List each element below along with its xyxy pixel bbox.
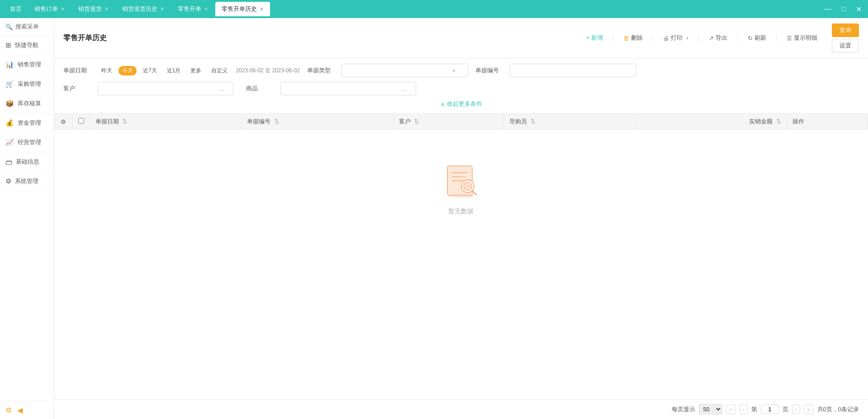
show-detail-button[interactable]: ☰ 显示明细 [783,32,821,44]
doc-no-input[interactable] [510,64,636,77]
select-all-checkbox[interactable] [78,118,84,124]
goods-ellipsis-button[interactable]: ... [402,85,407,92]
page-label: 页 [783,405,788,414]
sidebar-item-purchase-mgmt[interactable]: 🛒 采购管理 [0,75,54,94]
date-option-today[interactable]: 今天 [119,66,137,75]
sidebar-item-basic-info[interactable]: 🗃 基础信息 [0,152,54,172]
first-page-button[interactable]: « [726,405,735,414]
doc-type-select[interactable]: ▾ [342,64,468,77]
sidebar-item-finance[interactable]: 💰 资金管理 [0,113,54,133]
refresh-button[interactable]: ↻ 刷新 [744,32,770,44]
collapse-sidebar-button[interactable]: ◀ [17,406,23,414]
sidebar-footer: ⚙ ◀ [0,401,54,419]
page-input[interactable] [761,405,779,414]
page-summary: 共0页，0条记录 [817,405,859,414]
toolbar-divider-3 [698,34,699,42]
sidebar-item-ops-mgmt[interactable]: 📈 经营管理 [0,133,54,152]
tab-home-label: 首页 [10,5,22,13]
filter-row-2: 客户 ... 商品 ... [63,82,859,95]
customer-input[interactable] [102,82,219,95]
th-doc-no-sort-icon[interactable]: ⇅ [274,118,279,125]
tab-sales-return-history-label: 销货退货历史 [122,5,157,13]
customer-ellipsis-button[interactable]: ... [219,85,224,92]
export-icon: ↗ [709,35,714,42]
content-area: 零售开单历史 + 新增 🗑 删除 🖨 打印 ▾ ↗ [54,18,868,419]
per-page-select[interactable]: 50 20 100 [699,404,722,414]
th-checkbox [72,114,90,130]
tab-sales-return[interactable]: 销货退货 ✕ [72,2,115,16]
collapse-label: 收起更多条件 [447,100,482,108]
tab-sales-return-label: 销货退货 [78,5,102,13]
per-page-label: 每页显示 [672,405,695,414]
delete-button[interactable]: 🗑 删除 [620,32,646,44]
th-date-sort-icon[interactable]: ⇅ [122,118,127,125]
setting-button[interactable]: 设置 [832,39,859,52]
finance-icon: 💰 [5,119,14,127]
doc-type-dropdown-arrow: ▾ [453,68,455,73]
maximize-button[interactable]: □ [839,4,849,14]
date-option-custom[interactable]: 自定义 [208,66,231,75]
last-page-button[interactable]: » [804,405,813,414]
filter-date-options: 昨天 今天 近7天 近1月 更多 自定义 2023-06-02 至 2023-0… [98,66,300,75]
sidebar-item-sales-mgmt[interactable]: 📊 销售管理 [0,55,54,75]
tab-retail-open-history-close[interactable]: ✕ [260,6,264,12]
th-amount-label: 实销金额 [749,118,773,125]
tab-retail-open-close[interactable]: ✕ [204,6,208,12]
tab-retail-open-history[interactable]: 零售开单历史 ✕ [215,2,270,16]
sidebar-item-sys-mgmt[interactable]: ⚙ 系统管理 [0,172,54,191]
sidebar-item-inventory-label: 库存核算 [18,99,41,108]
show-detail-icon: ☰ [787,35,792,42]
doc-no-label: 单据编号 [475,66,503,75]
th-customer-sort-icon[interactable]: ⇅ [414,118,419,125]
export-button-label: 导出 [716,34,727,42]
query-button[interactable]: 查询 [832,24,859,37]
settings-footer-button[interactable]: ⚙ [5,406,12,414]
sidebar-search[interactable]: 🔍 搜索采单 [0,18,54,36]
th-customer-label: 客户 [399,118,411,125]
doc-type-label: 单据类型 [307,66,334,75]
empty-state-illustration [438,157,484,202]
print-dropdown-arrow: ▾ [686,36,688,41]
filter-row-1: 单据日期 昨天 今天 近7天 近1月 更多 自定义 2023-06-02 至 2… [63,64,859,77]
tab-sales-order[interactable]: 销售订单 ✕ [28,2,71,16]
ops-mgmt-icon: 📈 [5,138,14,146]
page-header: 零售开单历史 + 新增 🗑 删除 🖨 打印 ▾ ↗ [54,18,868,58]
prev-page-button[interactable]: ‹ [740,405,748,414]
empty-text: 暂无数据 [448,207,474,216]
date-option-more[interactable]: 更多 [187,66,205,75]
date-option-yesterday[interactable]: 昨天 [98,66,116,75]
sidebar-item-quick-nav[interactable]: ⊞ 快捷导航 [0,36,54,55]
data-table: ⚙ 单据日期 ⇅ 单据编号 ⇅ [54,114,868,243]
tab-sales-return-history-close[interactable]: ✕ [160,6,164,12]
goods-input[interactable] [285,82,402,95]
refresh-icon: ↻ [748,35,753,42]
date-filter-label: 单据日期 [63,66,90,75]
sales-mgmt-icon: 📊 [5,61,14,69]
customer-field-wrapper: ... [98,82,233,95]
sidebar-item-inventory[interactable]: 📦 库存核算 [0,94,54,113]
column-settings-icon[interactable]: ⚙ [61,118,66,125]
show-detail-button-label: 显示明细 [794,34,817,42]
close-button[interactable]: ✕ [853,4,864,14]
filter-collapse-button[interactable]: ∧ 收起更多条件 [63,100,859,108]
toolbar-divider-5 [776,34,777,42]
th-customer: 客户 ⇅ [393,114,503,130]
th-date: 单据日期 ⇅ [90,114,242,130]
date-option-7days[interactable]: 近7天 [139,66,161,75]
tab-sales-return-history[interactable]: 销货退货历史 ✕ [116,2,171,16]
minimize-button[interactable]: — [821,4,834,14]
tab-sales-return-close[interactable]: ✕ [104,6,109,12]
print-button[interactable]: 🖨 打印 ▾ [659,32,692,44]
export-button[interactable]: ↗ 导出 [705,32,731,44]
tab-retail-open[interactable]: 零售开单 ✕ [171,2,214,16]
tab-sales-order-close[interactable]: ✕ [61,6,65,12]
empty-state: 暂无数据 [54,130,868,243]
refresh-button-label: 刷新 [754,34,766,42]
th-amount-sort-icon[interactable]: ⇅ [776,118,781,125]
tab-home[interactable]: 首页 [4,2,28,16]
next-page-button[interactable]: › [792,405,800,414]
new-button[interactable]: + 新增 [583,32,607,44]
date-option-1month[interactable]: 近1月 [163,66,185,75]
th-guide-sort-icon[interactable]: ⇅ [531,118,536,125]
purchase-mgmt-icon: 🛒 [5,80,14,88]
